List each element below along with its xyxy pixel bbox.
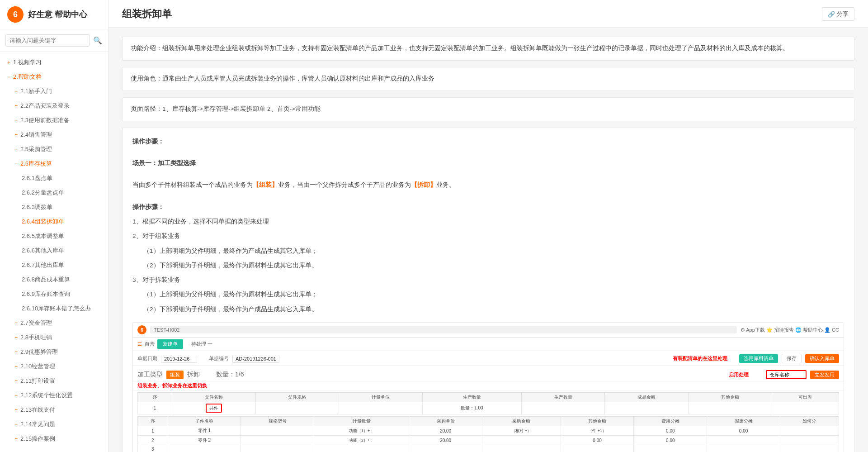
sidebar-item-ops-label: 2.10经营管理 xyxy=(20,362,55,371)
sidebar-item-assembly[interactable]: 2.6.4组装拆卸单 xyxy=(0,214,108,229)
sidebar-item-other-out[interactable]: 2.6.7其他出库单 xyxy=(0,258,108,272)
sidebar-item-stocktake-label: 2.6.1盘点单 xyxy=(22,174,52,182)
sidebar-item-install[interactable]: + 2.2产品安装及登录 xyxy=(0,99,108,113)
mock-col-parent-name: 父件名称 xyxy=(172,393,256,402)
sidebar-item-partial-label: 2.6.2分量盘点单 xyxy=(22,189,64,197)
plus-icon-11: + xyxy=(14,378,18,384)
sidebar-item-partial[interactable]: 2.6.2分量盘点单 xyxy=(0,186,108,200)
role-text: 使用角色：通常由生产人员或库管人员完成拆装业务的操作，库管人员确认原材料的出库和… xyxy=(131,75,434,82)
plus-icon-4: + xyxy=(14,117,18,124)
mock-lower-table: 序 子件名称 规格型号 计量数量 采购单价 采购金额 其他金额 费用分摊 报废分… xyxy=(137,416,839,452)
sidebar-item-coupon[interactable]: + 2.9优惠券管理 xyxy=(0,345,108,359)
mock-form-area: 单据日期 2019-12-26 单据编号 AD-20191226-001 有装配… xyxy=(133,351,844,452)
mock-tab-new[interactable]: 新建单 xyxy=(157,339,183,349)
mock-tab-process[interactable]: 待处理 一 xyxy=(186,339,218,349)
mock-col-prod-amt: 成品金额 xyxy=(605,393,689,402)
share-button[interactable]: 🔗 分享 xyxy=(822,7,854,21)
mock-submit-btn[interactable]: 确认入库单 xyxy=(805,354,839,363)
plus-icon-13: + xyxy=(14,407,18,413)
sidebar-item-ops[interactable]: + 2.10经营管理 xyxy=(0,359,108,374)
share-icon: 🔗 xyxy=(828,11,835,18)
mock-upper-table: 序 父件名称 父件规格 计量单位 生产数量 生产数量 成品金额 其他金额 可出库 xyxy=(137,392,839,414)
mock-parent-row-1: 1 共件 数量：1.00 xyxy=(138,402,839,414)
mock-nav-icon: ☰ xyxy=(137,341,142,347)
scene-desc: 当由多个子件材料组装成一个成品的业务为【组装】业务，当由一个父件拆分成多个子产品… xyxy=(132,180,844,190)
mock-apply-btn[interactable]: 立发发用 xyxy=(810,371,839,379)
mock-col-child-qty: 计量数量 xyxy=(314,417,409,426)
search-button[interactable]: 🔍 xyxy=(92,34,103,47)
share-label: 分享 xyxy=(837,10,849,18)
plus-icon-15: + xyxy=(14,436,18,442)
sidebar-item-assembly-label: 2.6.4组装拆卸单 xyxy=(22,218,64,226)
sidebar-item-sales[interactable]: + 2.4销售管理 xyxy=(0,128,108,142)
mock-cell-name: 共件 xyxy=(172,402,256,414)
sidebar-item-adjust-label: 2.6.3调拨单 xyxy=(22,203,52,211)
main-content: 功能介绍：组装拆卸单用来处理企业组装或拆卸等加工业务，支持有固定装配清单的产品加… xyxy=(108,28,868,452)
mock-col-other-amt: 其他金额 xyxy=(688,393,772,402)
sidebar-logo: 6 好生意 帮助中心 xyxy=(0,0,108,29)
mock-cell-spec xyxy=(255,402,339,414)
plus-icon-3: + xyxy=(14,103,18,109)
screenshot-mockup: 6 TEST-H002 ⚙ App下载 🌟 招待报告 🌐 帮助中心 👤 CC ☰… xyxy=(132,322,844,452)
mock-url-bar: TEST-H002 xyxy=(150,326,737,333)
mock-type-option-assembly[interactable]: 组装 xyxy=(166,371,184,379)
mock-col-child-price: 采购单价 xyxy=(409,417,482,426)
mock-app-logo: 6 xyxy=(137,325,146,334)
step1: 1、根据不同的业务，选择不同单据的类型来处理 xyxy=(132,216,844,227)
mock-date-input[interactable]: 2019-12-26 xyxy=(161,355,197,363)
sidebar-item-custom[interactable]: + 2.12系统个性化设置 xyxy=(0,388,108,403)
sidebar-item-finance[interactable]: + 2.7资金管理 xyxy=(0,316,108,330)
sidebar-item-docs[interactable]: − 2.帮助文档 xyxy=(0,70,108,84)
sidebar-item-videos[interactable]: + 1.视频学习 xyxy=(0,55,108,70)
sidebar-item-faq[interactable]: + 2.14常见问题 xyxy=(0,417,108,432)
step3: 3、对于拆装业务 xyxy=(132,275,844,285)
sidebar-item-cost-recalc-label: 2.6.8商品成本重算 xyxy=(22,276,70,284)
sidebar-item-cost-recalc[interactable]: 2.6.8商品成本重算 xyxy=(0,272,108,287)
mock-col-child-how: 如何分 xyxy=(780,417,839,426)
sidebar-item-faq-label: 2.14常见问题 xyxy=(20,420,55,428)
mock-bill-input[interactable]: AD-20191226-001 xyxy=(232,355,279,363)
sidebar-item-cases[interactable]: + 2.15操作案例 xyxy=(0,432,108,446)
mock-col-parent-spec: 父件规格 xyxy=(255,393,339,402)
sidebar-item-print[interactable]: + 2.11打印设置 xyxy=(0,374,108,388)
sidebar-item-new-user[interactable]: + 2.1新手入门 xyxy=(0,84,108,99)
ops-title2: 操作步骤： xyxy=(132,202,844,213)
sidebar-item-online-pay[interactable]: + 2.13在线支付 xyxy=(0,403,108,417)
mock-annotation1: 有装配清单的在这里处理 xyxy=(673,355,727,362)
plus-icon-2: + xyxy=(14,88,18,95)
mock-lower-table-area: 序 子件名称 规格型号 计量数量 采购单价 采购金额 其他金额 费用分摊 报废分… xyxy=(133,414,844,452)
sidebar-item-mobile[interactable]: + 2.8手机旺铺 xyxy=(0,330,108,345)
sidebar-item-coupon-label: 2.9优惠券管理 xyxy=(20,348,58,356)
sidebar-item-stocktake[interactable]: 2.6.1盘点单 xyxy=(0,171,108,186)
sidebar-item-print-label: 2.11打印设置 xyxy=(20,377,55,385)
mock-col-prod-qty2: 生产数量 xyxy=(521,393,605,402)
sidebar-item-prepare-label: 2.3使用前数据准备 xyxy=(20,116,70,124)
sidebar-item-cost-adjust[interactable]: 2.6.5成本调整单 xyxy=(0,229,108,243)
step3-1: （1）上部明细为父件明细，最终作为原材料生成其它出库单； xyxy=(132,289,844,300)
minus-icon-2: − xyxy=(14,161,18,167)
sidebar-item-other-in-label: 2.6.6其他入库单 xyxy=(22,247,64,255)
page-title: 组装拆卸单 xyxy=(122,7,172,21)
mock-type-option-disassembly[interactable]: 拆卸 xyxy=(187,371,200,379)
sidebar-item-stock-err[interactable]: 2.6.10库存账本错了怎么办 xyxy=(0,301,108,316)
sidebar-item-inventory-label: 2.6库存核算 xyxy=(20,160,52,168)
app-title: 好生意 帮助中心 xyxy=(28,9,87,20)
sidebar-item-adjust[interactable]: 2.6.3调拨单 xyxy=(0,200,108,214)
sidebar-item-prepare[interactable]: + 2.3使用前数据准备 xyxy=(0,113,108,128)
sidebar-item-inventory[interactable]: − 2.6库存核算 xyxy=(0,157,108,171)
mock-annotation3-text: 启用处理 xyxy=(729,371,749,378)
breadcrumb-text: 页面路径：1、库存核算->库存管理->组装拆卸单 2、首页->常用功能 xyxy=(131,105,321,112)
mock-nav-home[interactable]: 自营 xyxy=(145,341,155,347)
sidebar-item-purchase[interactable]: + 2.5采购管理 xyxy=(0,142,108,157)
mock-cell-unit xyxy=(339,402,423,414)
sidebar-item-mobile-label: 2.8手机旺铺 xyxy=(20,333,52,342)
mock-col-child-scrap: 报废分摊 xyxy=(707,417,780,426)
mock-save-btn[interactable]: 保存 xyxy=(782,354,802,363)
mock-confirm-btn[interactable]: 选用库料清单 xyxy=(739,354,778,363)
sidebar-item-other-in[interactable]: 2.6.6其他入库单 xyxy=(0,243,108,258)
mock-cell-qty2 xyxy=(521,402,605,414)
search-input[interactable] xyxy=(5,34,90,47)
intro-box: 功能介绍：组装拆卸单用来处理企业组装或拆卸等加工业务，支持有固定装配清单的产品加… xyxy=(122,37,854,61)
mock-warehouse-input[interactable] xyxy=(766,370,807,379)
sidebar-item-stock-query[interactable]: 2.6.9库存账本查询 xyxy=(0,287,108,301)
